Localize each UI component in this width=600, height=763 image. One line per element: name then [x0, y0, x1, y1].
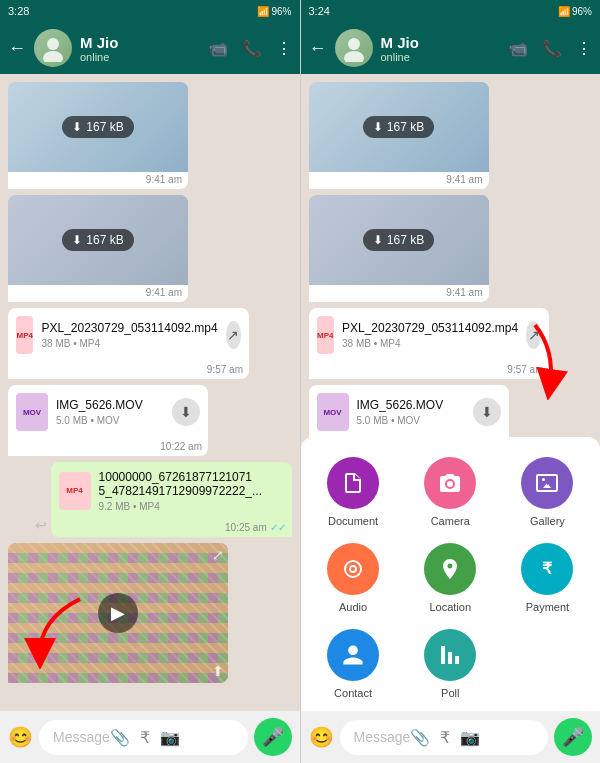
- poll-icon: [424, 629, 476, 681]
- mic-button-left[interactable]: 🎤: [254, 718, 292, 756]
- download-size-r1: 167 kB: [387, 120, 424, 134]
- battery-right: 96%: [572, 6, 592, 17]
- audio-icon: [327, 543, 379, 595]
- msg-time-1: 9:41 am: [8, 172, 188, 189]
- msg-time-r1: 9:41 am: [309, 172, 489, 189]
- file-share-r1[interactable]: ↗: [526, 321, 541, 349]
- attach-item-gallery[interactable]: Gallery: [507, 457, 588, 527]
- attach-item-poll[interactable]: Poll: [410, 629, 491, 699]
- input-placeholder-right: Message: [354, 729, 411, 745]
- video-call-icon-right[interactable]: 📹: [508, 39, 528, 58]
- media-msg-r2: ⬇ 167 kB 9:41 am: [309, 195, 489, 302]
- msg-time-4: 10:22 am: [8, 439, 208, 456]
- attach-item-audio[interactable]: Audio: [313, 543, 394, 613]
- rupee-icon-right[interactable]: ₹: [440, 728, 450, 747]
- status-bar-right: 3:24 📶 96%: [301, 0, 601, 22]
- attach-item-location[interactable]: Location: [410, 543, 491, 613]
- media-msg-1: ⬇ 167 kB 9:41 am: [8, 82, 188, 189]
- file-icon-mov-1: MOV: [16, 393, 48, 431]
- file-info-r1: PXL_20230729_053114092.mp4 38 MB • MP4: [342, 321, 518, 348]
- rupee-icon-left[interactable]: ₹: [140, 728, 150, 747]
- video-msg-1: ▶ ⤢ ⬆: [8, 543, 228, 683]
- file-icon-mp4-1: MP4: [16, 316, 33, 354]
- mic-button-right[interactable]: 🎤: [554, 718, 592, 756]
- signal-icon-left: 📶: [257, 6, 269, 17]
- contact-name-right: M Jio: [381, 34, 501, 51]
- payment-icon: ₹: [521, 543, 573, 595]
- file-download-r2[interactable]: ⬇: [473, 398, 501, 426]
- gallery-label: Gallery: [530, 515, 565, 527]
- header-info-right: M Jio online: [381, 34, 501, 63]
- svg-point-4: [542, 478, 545, 481]
- file-msg-1: MP4 PXL_20230729_053114092.mp4 38 MB • M…: [8, 308, 249, 379]
- chat-header-left: ← M Jio online 📹 📞 ⋮: [0, 22, 300, 74]
- attach-icon-left[interactable]: 📎: [110, 728, 130, 747]
- voice-call-icon-left[interactable]: 📞: [242, 39, 262, 58]
- back-button-left[interactable]: ←: [8, 38, 26, 59]
- more-options-icon-right[interactable]: ⋮: [576, 39, 592, 58]
- input-bar-left: 😊 Message 📎 ₹ 📷 🎤: [0, 711, 300, 763]
- file-size-2: 5.0 MB • MOV: [56, 415, 164, 426]
- file-download-2[interactable]: ⬇: [172, 398, 200, 426]
- location-icon: [424, 543, 476, 595]
- header-icons-right: 📹 📞 ⋮: [508, 39, 592, 58]
- download-size-r2: 167 kB: [387, 233, 424, 247]
- more-options-icon-left[interactable]: ⋮: [276, 39, 292, 58]
- input-bar-right: 😊 Message 📎 ₹ 📷 🎤: [301, 711, 601, 763]
- corner-icon: ⤢: [212, 547, 224, 563]
- msg-time-3: 9:57 am: [8, 362, 249, 379]
- emoji-button-right[interactable]: 😊: [309, 725, 334, 749]
- attach-item-contact[interactable]: Contact: [313, 629, 394, 699]
- camera-label: Camera: [431, 515, 470, 527]
- camera-icon-left[interactable]: 📷: [160, 728, 180, 747]
- file-name-2: IMG_5626.MOV: [56, 398, 164, 412]
- file-name-r2: IMG_5626.MOV: [357, 398, 465, 412]
- attach-item-document[interactable]: Document: [313, 457, 394, 527]
- file-icon-mp4-r1: MP4: [317, 316, 334, 354]
- attach-item-payment[interactable]: ₹ Payment: [507, 543, 588, 613]
- camera-icon-menu: [424, 457, 476, 509]
- poll-label: Poll: [441, 687, 459, 699]
- document-icon: [327, 457, 379, 509]
- document-label: Document: [328, 515, 378, 527]
- attach-icon-right[interactable]: 📎: [410, 728, 430, 747]
- back-button-right[interactable]: ←: [309, 38, 327, 59]
- camera-icon-right[interactable]: 📷: [460, 728, 480, 747]
- file-info-r2: IMG_5626.MOV 5.0 MB • MOV: [357, 398, 465, 425]
- svg-point-1: [43, 51, 63, 62]
- download-icon-2: ⬇: [72, 233, 82, 247]
- file-info-3: 10000000_67261877121071 5_47821491712909…: [99, 470, 284, 512]
- payment-label: Payment: [526, 601, 569, 613]
- download-size-1: 167 kB: [86, 120, 123, 134]
- input-placeholder-left: Message: [53, 729, 110, 745]
- media-msg-r1: ⬇ 167 kB 9:41 am: [309, 82, 489, 189]
- scroll-icon: ⬆: [212, 663, 224, 679]
- emoji-button-left[interactable]: 😊: [8, 725, 33, 749]
- file-name-r1: PXL_20230729_053114092.mp4: [342, 321, 518, 335]
- left-panel: 3:28 📶 96% ← M Jio online 📹 📞 ⋮: [0, 0, 300, 763]
- msg-time-2: 9:41 am: [8, 285, 188, 302]
- battery-left: 96%: [271, 6, 291, 17]
- signal-icon-right: 📶: [558, 6, 570, 17]
- video-call-icon-left[interactable]: 📹: [208, 39, 228, 58]
- play-button[interactable]: ▶: [98, 593, 138, 633]
- msg-time-5: 10:25 am ✓✓: [51, 520, 292, 537]
- file-msg-r1: MP4 PXL_20230729_053114092.mp4 38 MB • M…: [309, 308, 550, 379]
- file-msg-3: MP4 10000000_67261877121071 5_4782149171…: [51, 462, 292, 537]
- message-input-right[interactable]: Message 📎 ₹ 📷: [340, 720, 549, 755]
- contact-status-right: online: [381, 51, 501, 63]
- contact-status-left: online: [80, 51, 200, 63]
- file-info-1: PXL_20230729_053114092.mp4 38 MB • MP4: [41, 321, 217, 348]
- attach-item-camera[interactable]: Camera: [410, 457, 491, 527]
- file-share-1[interactable]: ↗: [226, 321, 241, 349]
- avatar-left: [34, 29, 72, 67]
- status-bar-left: 3:28 📶 96%: [0, 0, 300, 22]
- location-label: Location: [429, 601, 471, 613]
- file-size-r1: 38 MB • MP4: [342, 338, 518, 349]
- media-msg-2: ⬇ 167 kB 9:41 am: [8, 195, 188, 302]
- download-icon-1: ⬇: [72, 120, 82, 134]
- voice-call-icon-right[interactable]: 📞: [542, 39, 562, 58]
- msg-time-r3: 9:57 am: [309, 362, 550, 379]
- download-icon-r2: ⬇: [373, 233, 383, 247]
- message-input-left[interactable]: Message 📎 ₹ 📷: [39, 720, 248, 755]
